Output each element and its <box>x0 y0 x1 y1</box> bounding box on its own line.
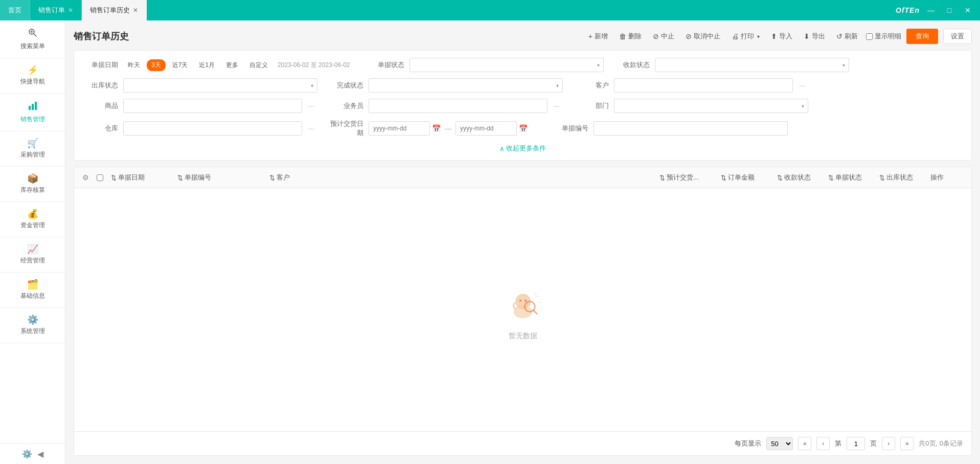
col-delivery-sort-icon: ⇅ <box>659 174 665 182</box>
minimize-btn[interactable]: — <box>924 3 938 17</box>
tab-sales-order-close[interactable]: ✕ <box>68 7 73 14</box>
page-header: 销售订单历史 + 新增 🗑 删除 ⊘ 中止 ⊘ 取消中止 <box>74 29 972 44</box>
sidebar-item-purchase-mgmt[interactable]: 🛒 采购管理 <box>0 131 65 167</box>
close-btn[interactable]: ✕ <box>961 3 975 17</box>
out-status-control: ▾ <box>123 78 317 93</box>
settings-button[interactable]: 设置 <box>943 29 972 44</box>
date-tab-3days[interactable]: 3天 <box>147 59 166 71</box>
toolbar: + 新增 🗑 删除 ⊘ 中止 ⊘ 取消中止 🖨 打印 <box>585 29 972 44</box>
doc-number-input[interactable] <box>594 121 788 136</box>
date-tab-more[interactable]: 更多 <box>221 59 243 71</box>
delivery-date-end-cal[interactable]: 📅 <box>519 124 528 132</box>
tab-sales-order-history-label: 销售订单历史 <box>90 6 130 15</box>
cancel-stop-btn[interactable]: ⊘ 取消中止 <box>682 30 723 43</box>
sys-mgmt-icon: ⚙️ <box>27 315 38 324</box>
new-icon: + <box>588 32 592 40</box>
sidebar-item-search-menu[interactable]: 搜索菜单 <box>0 20 65 58</box>
tab-sales-order-history-close[interactable]: ✕ <box>133 7 138 14</box>
sidebar-item-finance[interactable]: 💰 资金管理 <box>0 202 65 237</box>
col-header-date[interactable]: ⇅ 单据日期 <box>107 173 173 182</box>
query-button[interactable]: 查询 <box>906 29 938 44</box>
sidebar-item-quick-nav[interactable]: ⚡ 快捷导航 <box>0 58 65 94</box>
page-last-btn[interactable]: » <box>900 437 914 450</box>
page-total: 共0页, 0条记录 <box>919 439 963 448</box>
col-header-action: 操作 <box>926 173 967 182</box>
salesperson-ellipsis[interactable]: ··· <box>551 101 563 111</box>
out-status-select[interactable] <box>123 78 317 93</box>
col-action-label: 操作 <box>930 173 944 182</box>
import-btn[interactable]: ⬆ 导入 <box>768 30 795 43</box>
col-header-pay-status[interactable]: ⇅ 收款状态 <box>773 173 824 182</box>
cancel-stop-icon: ⊘ <box>686 32 692 40</box>
col-amount-sort-icon: ⇅ <box>721 174 726 182</box>
product-label: 商品 <box>82 101 123 111</box>
date-tab-1month[interactable]: 近1月 <box>194 59 219 71</box>
base-info-icon: 🗂️ <box>27 280 38 289</box>
page-next-btn[interactable]: › <box>882 437 895 450</box>
page-first-btn[interactable]: « <box>798 437 811 450</box>
new-btn[interactable]: + 新增 <box>585 30 611 43</box>
stop-btn[interactable]: ⊘ 中止 <box>650 30 677 43</box>
warehouse-input[interactable] <box>123 121 302 136</box>
col-header-customer[interactable]: ⇅ 客户 <box>265 173 655 182</box>
ops-mgmt-icon: 📈 <box>27 245 38 254</box>
table-checkbox-all[interactable] <box>93 174 107 181</box>
display-detail-checkbox[interactable]: 显示明细 <box>866 32 901 41</box>
col-delivery-label: 预计交货... <box>667 173 699 182</box>
sidebar-item-inventory[interactable]: 📦 库存核算 <box>0 167 65 202</box>
display-detail-input[interactable] <box>866 33 873 40</box>
collapse-btn[interactable]: ∧ 收起更多条件 <box>499 144 546 153</box>
col-header-amount[interactable]: ⇅ 订单金额 <box>717 173 773 182</box>
collapse-sidebar-icon[interactable]: ◀ <box>37 449 43 459</box>
col-docno-label: 单据编号 <box>185 173 211 182</box>
refresh-btn[interactable]: ↺ 刷新 <box>833 30 861 43</box>
export-btn[interactable]: ⬇ 导出 <box>801 30 828 43</box>
sidebar-item-sales-mgmt[interactable]: 销售管理 <box>0 94 65 131</box>
customer-ellipsis[interactable]: ··· <box>796 80 808 91</box>
print-btn[interactable]: 🖨 打印 <box>728 30 763 43</box>
pay-status-select[interactable] <box>655 58 849 72</box>
inventory-icon: 📦 <box>27 174 38 183</box>
page-input[interactable] <box>847 437 865 450</box>
refresh-icon: ↺ <box>836 32 842 40</box>
tab-sales-order-history[interactable]: 销售订单历史 ✕ <box>82 0 147 20</box>
delivery-date-start[interactable] <box>369 121 430 136</box>
date-tab-7days[interactable]: 近7天 <box>168 59 193 71</box>
col-header-docno[interactable]: ⇅ 单据编号 <box>173 173 265 182</box>
delivery-date-start-cal[interactable]: 📅 <box>432 124 441 132</box>
doc-status-select[interactable] <box>409 58 604 72</box>
sidebar-label-search-menu: 搜索菜单 <box>20 42 45 51</box>
filter-panel: 单据日期 昨天 3天 近7天 近1月 更多 自定义 2023-06-02 至 2… <box>74 50 972 161</box>
table-container: ⚙ ⇅ 单据日期 ⇅ 单据编号 ⇅ 客户 ⇅ 预计交货. <box>74 167 972 456</box>
tab-home-label: 首页 <box>8 6 21 15</box>
delete-btn[interactable]: 🗑 删除 <box>616 30 645 43</box>
date-tab-custom[interactable]: 自定义 <box>245 59 272 71</box>
maximize-btn[interactable]: □ <box>942 3 956 17</box>
svg-rect-4 <box>29 106 31 110</box>
col-header-delivery[interactable]: ⇅ 预计交货... <box>655 173 717 182</box>
page-prev-btn[interactable]: ‹ <box>816 437 830 450</box>
department-select[interactable] <box>614 99 808 113</box>
complete-status-select[interactable] <box>369 78 563 93</box>
warehouse-ellipsis[interactable]: ··· <box>305 123 317 134</box>
page-size-select[interactable]: 50 10 20 100 <box>766 437 793 450</box>
customer-input[interactable] <box>614 78 793 93</box>
delivery-date-end[interactable] <box>455 121 517 136</box>
refresh-label: 刷新 <box>845 32 858 41</box>
product-ellipsis[interactable]: ··· <box>305 101 317 111</box>
table-settings-btn[interactable]: ⚙ <box>78 170 93 185</box>
sidebar-item-base-info[interactable]: 🗂️ 基础信息 <box>0 273 65 308</box>
settings-icon[interactable]: ⚙️ <box>22 449 32 459</box>
select-all-checkbox[interactable] <box>97 174 103 181</box>
salesperson-input[interactable] <box>369 99 548 113</box>
sidebar-item-sys-mgmt[interactable]: ⚙️ 系统管理 <box>0 308 65 343</box>
product-input[interactable] <box>123 99 302 113</box>
sidebar-item-ops-mgmt[interactable]: 📈 经营管理 <box>0 237 65 273</box>
tab-home[interactable]: 首页 <box>0 0 30 20</box>
tab-sales-order[interactable]: 销售订单 ✕ <box>30 0 82 20</box>
col-header-out-status[interactable]: ⇅ 出库状态 <box>875 173 926 182</box>
sidebar-label-ops-mgmt: 经营管理 <box>20 256 45 265</box>
col-out-status-label: 出库状态 <box>886 173 913 182</box>
col-header-doc-status[interactable]: ⇅ 单据状态 <box>824 173 875 182</box>
date-tab-yesterday[interactable]: 昨天 <box>123 59 145 71</box>
